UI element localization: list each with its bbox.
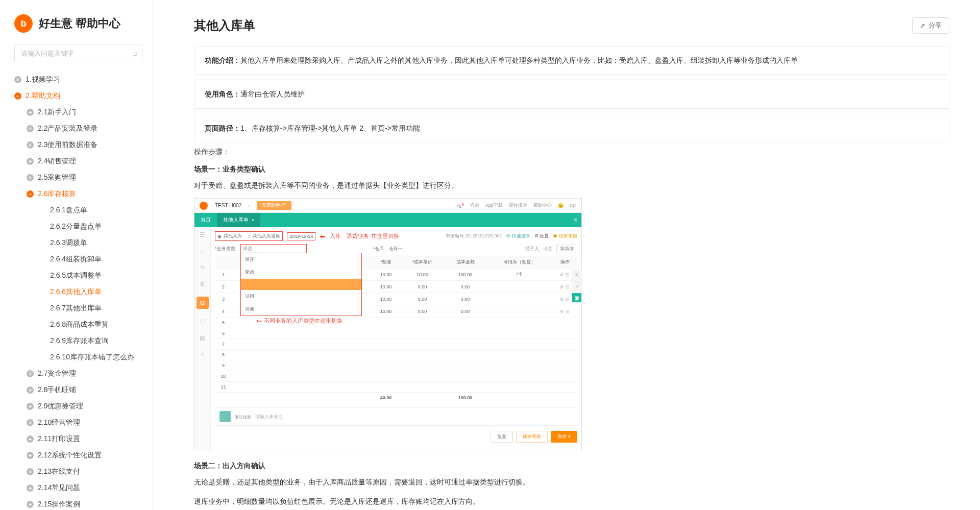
table-row: 9 [215, 360, 577, 371]
nav-item-label: 2.3使用前数据准备 [38, 140, 97, 150]
nav-item[interactable]: +2.6.8商品成本重算 [14, 317, 142, 333]
ss-draft-btn: 保存草稿 [516, 431, 548, 443]
nav-item[interactable]: −2.帮助文档 [14, 88, 142, 104]
ss-code-label: 单据编号 [446, 233, 464, 238]
nav-item-label: 2.6.9库存账本查询 [50, 336, 109, 346]
search-icon[interactable]: ⌕ [133, 49, 137, 57]
nav-item[interactable]: +2.6.6其他入库单 [14, 284, 142, 300]
ss-code: JC-20191226-001 [465, 233, 502, 238]
ss-annotation-1: 入库、退货业务 在这里切换 [330, 232, 399, 240]
nav-item[interactable]: +2.8手机旺铺 [14, 382, 142, 398]
ss-lnav-icon: ↻ [200, 264, 205, 271]
embedded-screenshot: TEST-H002 ⌕ 发票助手-下 🛍9咨询App下载应收报表帮助中心🙂CC … [194, 198, 582, 450]
nav-item[interactable]: +2.13在线支付 [14, 464, 142, 480]
ss-right-toolbar: ⇱ ↗ ▣ [572, 270, 582, 303]
nav-item-label: 2.6.5成本调整单 [50, 271, 102, 280]
ss-lnav-icon: ○ [201, 351, 204, 358]
scene1-heading: 场景一：业务类型确认 [194, 165, 949, 174]
ss-th: *成本单价 [400, 256, 445, 269]
nav-item[interactable]: +2.3使用前数据准备 [14, 137, 142, 153]
ss-lnav-icon: ▦ [200, 334, 205, 342]
nav-item[interactable]: +2.6.7其他出库单 [14, 300, 142, 317]
nav-item-label: 2.6.7其他出库单 [50, 304, 102, 313]
ss-lnav-icon: ☰ [200, 231, 205, 238]
share-button[interactable]: ⇗ 分享 [912, 17, 949, 34]
nav-item[interactable]: +2.6.9库存账本查询 [14, 333, 142, 349]
nav-item[interactable]: +2.1新手入门 [14, 104, 142, 120]
ss-tab-home: 首页 [194, 213, 217, 227]
nav-item-label: 2.9优惠券管理 [38, 402, 83, 411]
ss-filter-input3: 请选 [543, 246, 552, 252]
nav-item-label: 2.6.8商品成本重算 [50, 320, 109, 329]
nav-item[interactable]: +2.11打印设置 [14, 431, 142, 447]
ss-note-placeholder: 请输入单备注 [255, 414, 283, 420]
nav-item[interactable]: +2.6.1盘点单 [14, 202, 142, 218]
nav-item[interactable]: +2.6.3调拨单 [14, 235, 142, 251]
path-label: 页面路径： [205, 124, 240, 132]
ss-dd-item: 其他 [241, 303, 361, 315]
scene2-heading: 场景二：出入方向确认 [194, 462, 949, 471]
nav-item-label: 2.14常见问题 [38, 483, 80, 493]
nav-item-label: 2.6.6其他入库单 [50, 287, 102, 297]
plus-icon: + [27, 419, 34, 426]
site-logo[interactable]: b 好生意 帮助中心 [14, 14, 142, 33]
table-row: 6 [215, 328, 577, 339]
nav-item[interactable]: +2.7资金管理 [14, 366, 142, 382]
ss-top-mid-btn: 发票助手-下 [257, 201, 291, 210]
ss-tabs-close-icon: × [574, 216, 577, 224]
logo-badge: b [14, 14, 33, 33]
nav-item[interactable]: −2.6库存核算 [14, 186, 142, 202]
ss-filter-value2: 仓库一 [389, 246, 403, 252]
ss-avatar-icon: 🙂 [558, 203, 564, 208]
nav-item[interactable]: +2.6.10库存账本错了怎么办 [14, 349, 142, 366]
nav-item[interactable]: +2.4销售管理 [14, 153, 142, 169]
intro-label: 功能介绍： [205, 56, 240, 64]
ss-lnav-icon: 🗑 [200, 280, 206, 287]
nav-item-label: 2.6.3调拨单 [50, 238, 87, 248]
ss-arrow-icon: ⬅ [320, 232, 326, 240]
role-label: 使用角色： [205, 90, 240, 98]
search-input[interactable] [14, 44, 142, 62]
page-title: 其他入库单 [194, 17, 255, 34]
nav-item-label: 2.15操作案例 [38, 500, 80, 509]
plus-icon: + [14, 76, 21, 83]
ss-tab-current-label: 其他入库单 [223, 216, 249, 224]
nav-item-label: 2.10经营管理 [38, 418, 80, 427]
ss-tool2: 设置 [540, 233, 549, 238]
nav-item[interactable]: +2.9优惠券管理 [14, 398, 142, 415]
path-text: 1、库存核算->库存管理->其他入库单 2、首页->常用功能 [240, 124, 420, 132]
ss-th: 可用库（发货） [486, 256, 552, 269]
nav-item[interactable]: +2.15操作案例 [14, 496, 142, 510]
ss-th: *数量 [372, 256, 400, 269]
minus-icon: − [27, 190, 34, 198]
nav-item[interactable]: +2.6.2分量盘点单 [14, 218, 142, 235]
nav-item[interactable]: +2.12系统个性化设置 [14, 447, 142, 464]
nav-item[interactable]: +2.14常见问题 [14, 480, 142, 496]
steps-label: 操作步骤： [194, 148, 949, 157]
nav-item[interactable]: +2.6.5成本调整单 [14, 268, 142, 284]
nav-item-label: 2.5采购管理 [38, 173, 76, 182]
ss-note-icon [219, 411, 231, 422]
nav-item-label: 2.1新手入门 [38, 108, 76, 117]
plus-icon: + [27, 484, 34, 492]
nav-item[interactable]: +2.6.4组装拆卸单 [14, 251, 142, 268]
table-row: 7 [215, 339, 577, 350]
plus-icon: + [27, 158, 34, 165]
nav-item[interactable]: +2.5采购管理 [14, 169, 142, 186]
plus-icon: + [27, 370, 34, 377]
nav-item-label: 2.帮助文档 [26, 91, 60, 101]
ss-filter-label3: 经手人 [525, 246, 539, 252]
ss-dd-item: 退还 [241, 253, 361, 266]
plus-icon: + [27, 452, 34, 459]
role-box: 使用角色：通常由仓管人员维护 [194, 80, 949, 108]
nav-item[interactable]: +2.2产品安装及登录 [14, 120, 142, 137]
ss-left-nav: ☰ ⌂ ↻ 🗑 ⧉ ⬡ ▦ ○ [194, 227, 211, 450]
ss-save-btn: 保存 ▾ [551, 431, 577, 443]
nav-item[interactable]: +2.10经营管理 [14, 415, 142, 431]
ss-lnav-icon: ⬡ [200, 318, 205, 325]
nav-item-label: 1.视频学习 [26, 75, 60, 84]
share-label: 分享 [928, 21, 942, 30]
nav-item-label: 2.11打印设置 [38, 434, 80, 444]
ss-lnav-active-icon: ⧉ [197, 297, 209, 309]
nav-item[interactable]: +1.视频学习 [14, 71, 142, 88]
